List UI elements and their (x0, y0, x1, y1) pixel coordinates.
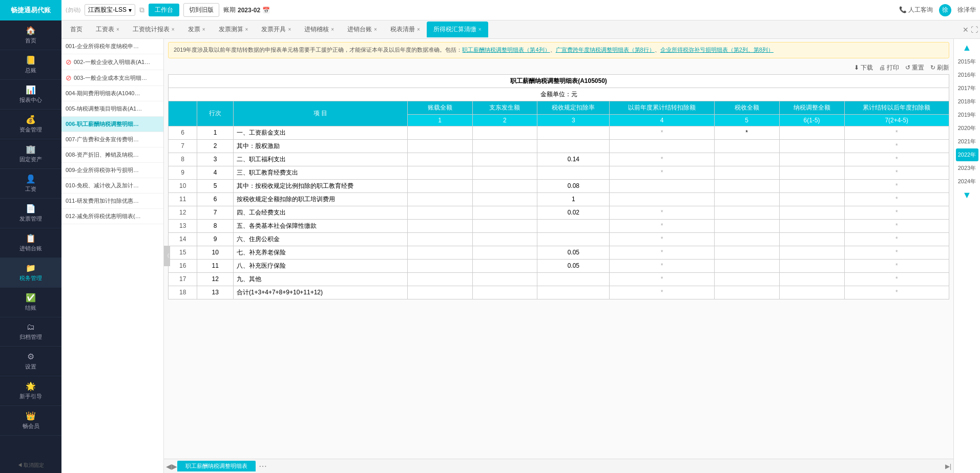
sidebar-item-archive[interactable]: 🗂 归档管理 (0, 317, 61, 347)
cell-c1[interactable] (407, 179, 472, 192)
download-button[interactable]: ⬇ 下载 (854, 63, 873, 72)
form-item-004[interactable]: 004-期间费用明细表(A1040… (61, 86, 163, 101)
cell-c2[interactable] (472, 206, 537, 219)
cell-c6[interactable] (779, 179, 844, 192)
prev-sheet-icon[interactable]: ◀ (166, 462, 172, 470)
cell-c2[interactable] (472, 286, 537, 299)
form-item-007[interactable]: 007-广告费和业务宣传费明… (61, 132, 163, 147)
cell-c5[interactable] (714, 166, 779, 179)
reset-button[interactable]: ↺ 重置 (905, 63, 924, 72)
cell-c6[interactable] (779, 166, 844, 179)
cell-c6[interactable] (779, 126, 844, 139)
cell-c5[interactable] (714, 246, 779, 259)
year-btn[interactable]: 2021年 (956, 135, 978, 148)
calendar-icon[interactable]: 📅 (262, 7, 270, 14)
cell-c2[interactable] (472, 126, 537, 139)
tab-income-tax[interactable]: 所得税汇算清缴× (427, 22, 488, 37)
sidebar-item-funds[interactable]: 💰 资金管理 (0, 110, 61, 139)
form-item-003[interactable]: ⊘003-一般企业成本支出明细… (61, 70, 163, 86)
workspace-button[interactable]: 工作台 (149, 4, 179, 16)
cell-c4[interactable]: * (610, 246, 714, 259)
year-btn[interactable]: 2019年 (956, 109, 978, 121)
cell-c1[interactable] (407, 232, 472, 246)
cell-c1[interactable] (407, 206, 472, 219)
sheet-options-icon[interactable]: ⋯ (259, 461, 267, 471)
close-icon[interactable]: × (478, 27, 482, 32)
cell-c7[interactable]: * (844, 219, 949, 232)
cell-c4[interactable]: * (610, 272, 714, 286)
year-btn[interactable]: 2023年 (956, 162, 978, 175)
sidebar-item-tax[interactable]: 📁 税务管理 (0, 258, 61, 288)
cell-c6[interactable] (779, 246, 844, 259)
tab-invoice-open[interactable]: 发票开具× (255, 22, 298, 37)
close-icon[interactable]: × (245, 27, 248, 32)
cell-c5[interactable]: * (714, 126, 779, 139)
cell-c6[interactable] (779, 286, 844, 299)
cell-c4[interactable] (610, 179, 714, 192)
cell-c5[interactable] (714, 179, 779, 192)
form-item-002[interactable]: ⊘002-一般企业收入明细表(A1… (61, 54, 163, 70)
cell-c2[interactable] (472, 219, 537, 232)
form-item-011[interactable]: 011-研发费用加计扣除优惠… (61, 193, 163, 209)
tab-restore-icon[interactable]: ⛶ (971, 26, 978, 34)
close-icon[interactable]: × (172, 27, 175, 32)
cell-c7[interactable]: * (844, 139, 949, 153)
sidebar-item-assets[interactable]: 🏢 固定资产 (0, 139, 61, 169)
cell-c6[interactable] (779, 139, 844, 153)
cell-c4[interactable]: * (610, 286, 714, 299)
cell-c1[interactable] (407, 272, 472, 286)
warning-link-1[interactable]: 职工薪酬纳税调整明细表（第4列） (462, 47, 550, 53)
cell-c2[interactable] (472, 139, 537, 153)
form-item-009[interactable]: 009-企业所得税弥补亏损明… (61, 163, 163, 178)
form-item-001[interactable]: 001-企业所得税年度纳税申… (61, 39, 163, 54)
cell-c1[interactable] (407, 219, 472, 232)
year-btn[interactable]: 2016年 (956, 69, 978, 81)
year-btn[interactable]: 2017年 (956, 82, 978, 95)
cell-c5[interactable] (714, 192, 779, 206)
cell-c7[interactable]: * (844, 246, 949, 259)
cell-c7[interactable]: * (844, 166, 949, 179)
cell-c6[interactable] (779, 259, 844, 272)
tab-salary-report[interactable]: 工资统计报表× (126, 22, 181, 37)
sidebar-item-salary[interactable]: 👤 工资 (0, 169, 61, 199)
cell-c2[interactable] (472, 153, 537, 166)
form-item-010[interactable]: 010-免税、减计收入及加计… (61, 178, 163, 193)
year-down-button[interactable]: ▼ (961, 188, 973, 202)
cell-c5[interactable] (714, 259, 779, 272)
cell-c1[interactable] (407, 192, 472, 206)
cell-c2[interactable] (472, 192, 537, 206)
cell-c2[interactable] (472, 179, 537, 192)
warning-link-2[interactable]: 广宣费跨年度纳税调整明细表（第8行） (556, 47, 655, 53)
sidebar-item-settings[interactable]: ⚙ 设置 (0, 347, 61, 376)
cell-c1[interactable] (407, 153, 472, 166)
cell-c5[interactable] (714, 153, 779, 166)
cell-c7[interactable]: * (844, 153, 949, 166)
cell-c6[interactable] (779, 206, 844, 219)
form-item-008[interactable]: 008-资产折旧、摊销及纳税… (61, 147, 163, 163)
sidebar-item-guide[interactable]: 🌟 新手引导 (0, 376, 61, 406)
cell-c6[interactable] (779, 232, 844, 246)
cell-c6[interactable] (779, 219, 844, 232)
tab-invoice[interactable]: 发票× (181, 22, 212, 37)
sidebar-item-ledger[interactable]: 📒 总账 (0, 50, 61, 80)
company-selector[interactable]: 江西股宝-LSS ▾ (85, 4, 135, 16)
cell-c7[interactable]: * (844, 259, 949, 272)
sidebar-item-purchase[interactable]: 📋 进销台账 (0, 228, 61, 258)
sidebar-item-close[interactable]: ✅ 结账 (0, 288, 61, 317)
tab-tax-list[interactable]: 税表清册× (384, 22, 427, 37)
close-icon[interactable]: × (288, 27, 291, 32)
cell-c5[interactable] (714, 139, 779, 153)
cancel-fixed-btn[interactable]: ◀ 取消固定 (0, 458, 61, 473)
cell-c2[interactable] (472, 272, 537, 286)
cell-c2[interactable] (472, 166, 537, 179)
cell-c2[interactable] (472, 246, 537, 259)
sidebar-item-member[interactable]: 👑 畅会员 (0, 406, 61, 436)
cell-c5[interactable] (714, 286, 779, 299)
cell-c7[interactable]: * (844, 206, 949, 219)
sidebar-item-reports[interactable]: 📊 报表中心 (0, 80, 61, 110)
cell-c7[interactable]: * (844, 192, 949, 206)
cell-c7[interactable]: * (844, 272, 949, 286)
cell-c4[interactable]: * (610, 166, 714, 179)
sheet-tab[interactable]: 职工薪酬纳税调整明细表 (177, 461, 256, 471)
cell-c1[interactable] (407, 286, 472, 299)
